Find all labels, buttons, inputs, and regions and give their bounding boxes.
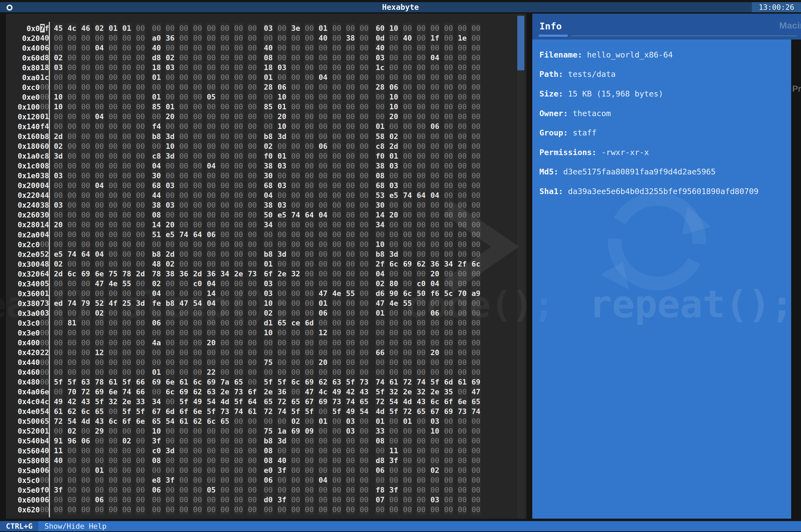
hex-byte[interactable]: 06 xyxy=(40,495,53,505)
hex-byte[interactable]: 00 xyxy=(81,132,95,141)
hex-byte[interactable]: 00 xyxy=(277,33,291,43)
hex-byte[interactable]: 00 xyxy=(234,230,248,240)
hex-byte[interactable]: 00 xyxy=(332,456,346,466)
hex-byte[interactable]: 00 xyxy=(332,249,346,259)
hex-byte[interactable]: 49 xyxy=(346,406,359,416)
hex-byte[interactable]: 6c xyxy=(165,387,179,397)
hex-byte[interactable]: 40 xyxy=(403,33,416,43)
hex-byte[interactable]: 54 xyxy=(193,299,206,308)
hex-byte[interactable]: 00 xyxy=(108,446,122,456)
hex-byte[interactable]: 00 xyxy=(248,73,261,82)
hex-byte[interactable]: 00 xyxy=(359,121,373,131)
hex-byte[interactable]: 00 xyxy=(248,456,261,466)
hex-byte[interactable]: 62 xyxy=(416,259,430,269)
hex-byte[interactable]: 36 xyxy=(430,259,443,269)
hex-byte[interactable]: 00 xyxy=(457,151,471,161)
hex-byte[interactable]: 00 xyxy=(444,82,457,92)
hex-byte[interactable]: 00 xyxy=(291,299,305,308)
hex-byte[interactable]: 00 xyxy=(179,505,193,515)
hex-byte[interactable]: 00 xyxy=(220,446,234,456)
hex-byte[interactable]: 00 xyxy=(471,73,485,82)
hex-byte[interactable]: 00 xyxy=(152,495,165,505)
hex-byte[interactable]: 00 xyxy=(81,33,95,43)
hex-byte[interactable]: 00 xyxy=(305,151,318,161)
hex-byte[interactable]: 00 xyxy=(67,82,81,92)
hex-byte[interactable]: 00 xyxy=(444,43,457,53)
hex-byte[interactable]: 00 xyxy=(206,43,220,53)
hex-byte[interactable]: 03 xyxy=(389,181,403,190)
hex-byte[interactable]: 00 xyxy=(193,456,206,466)
hex-byte[interactable]: 00 xyxy=(248,53,261,63)
hex-byte[interactable]: 10 xyxy=(376,240,389,249)
hex-byte[interactable]: 00 xyxy=(291,220,305,230)
hex-byte[interactable]: 00 xyxy=(277,53,291,63)
hex-byte[interactable]: 00 xyxy=(67,240,81,249)
hex-byte[interactable]: b8 xyxy=(152,132,165,141)
hex-byte[interactable]: 00 xyxy=(179,358,193,367)
hex-byte[interactable]: 00 xyxy=(152,141,165,151)
hex-byte[interactable]: 00 xyxy=(81,358,95,367)
hex-byte[interactable]: 5f xyxy=(263,377,277,387)
hex-byte[interactable]: 00 xyxy=(248,121,261,131)
hex-byte[interactable]: 00 xyxy=(305,132,318,141)
hex-byte[interactable]: 00 xyxy=(277,171,291,181)
hex-byte[interactable]: 00 xyxy=(416,181,430,190)
hex-byte[interactable]: 00 xyxy=(430,210,443,220)
hex-byte[interactable]: 69 xyxy=(95,387,108,397)
hex-byte[interactable]: 00 xyxy=(444,121,457,131)
hex-byte[interactable]: 00 xyxy=(152,358,165,367)
hex-byte[interactable]: 3d xyxy=(277,436,291,446)
hex-byte[interactable]: 00 xyxy=(165,328,179,338)
hex-byte[interactable]: 00 xyxy=(332,161,346,171)
hex-byte[interactable]: 79 xyxy=(81,299,95,308)
hex-byte[interactable]: 00 xyxy=(430,505,443,515)
hex-byte[interactable]: 00 xyxy=(457,426,471,436)
hex-byte[interactable]: 00 xyxy=(346,436,359,446)
hex-byte[interactable]: 00 xyxy=(444,102,457,112)
hex-byte[interactable]: 69 xyxy=(403,259,416,269)
hex-byte[interactable]: 00 xyxy=(471,485,485,495)
hex-byte[interactable]: 00 xyxy=(193,53,206,63)
hex-byte[interactable]: 00 xyxy=(359,259,373,269)
hex-byte[interactable]: 40 xyxy=(263,43,277,53)
hex-byte[interactable]: 00 xyxy=(179,132,193,141)
hex-byte[interactable]: 00 xyxy=(430,456,443,466)
hex-byte[interactable]: 00 xyxy=(305,240,318,249)
hex-byte[interactable]: 00 xyxy=(81,485,95,495)
hex-byte[interactable]: 00 xyxy=(346,181,359,190)
hex-byte[interactable]: 00 xyxy=(291,495,305,505)
hex-byte[interactable]: 00 xyxy=(234,73,248,82)
hex-byte[interactable]: 00 xyxy=(95,200,108,210)
hex-byte[interactable]: 00 xyxy=(444,132,457,141)
hex-byte[interactable]: 65 xyxy=(277,318,291,328)
hex-byte[interactable]: 00 xyxy=(95,220,108,230)
hex-byte[interactable]: 00 xyxy=(277,220,291,230)
hex-byte[interactable]: 00 xyxy=(332,475,346,485)
hex-byte[interactable]: 69 xyxy=(444,406,457,416)
hex-byte[interactable]: 04 xyxy=(40,230,53,240)
hex-byte[interactable]: 3d xyxy=(277,249,291,259)
hex-byte[interactable]: 00 xyxy=(135,436,149,446)
hex-byte[interactable]: 00 xyxy=(67,181,81,190)
hex-byte[interactable]: 00 xyxy=(248,328,261,338)
hex-byte[interactable]: 00 xyxy=(430,82,443,92)
hex-byte[interactable]: 6c xyxy=(291,377,305,387)
hex-byte[interactable]: 03 xyxy=(53,200,67,210)
hex-byte[interactable]: 00 xyxy=(179,308,193,318)
scrollbar[interactable] xyxy=(517,14,524,519)
hex-byte[interactable]: 06 xyxy=(40,466,53,475)
hex-byte[interactable]: 00 xyxy=(305,112,318,121)
hex-byte[interactable]: 00 xyxy=(67,92,81,102)
hex-byte[interactable]: 54 xyxy=(40,406,53,416)
hex-byte[interactable]: 00 xyxy=(305,82,318,92)
hex-byte[interactable]: 00 xyxy=(67,112,81,121)
hex-byte[interactable]: 05 xyxy=(206,485,220,495)
hex-byte[interactable]: 00 xyxy=(234,220,248,230)
hex-byte[interactable]: 00 xyxy=(108,338,122,348)
hex-byte[interactable]: 54 xyxy=(165,416,179,426)
hex-byte[interactable]: 00 xyxy=(471,299,485,308)
hex-byte[interactable]: 00 xyxy=(234,23,248,33)
hex-byte[interactable]: 00 xyxy=(403,151,416,161)
hex-byte[interactable]: 65 xyxy=(359,397,373,406)
hex-byte[interactable]: 00 xyxy=(318,426,332,436)
